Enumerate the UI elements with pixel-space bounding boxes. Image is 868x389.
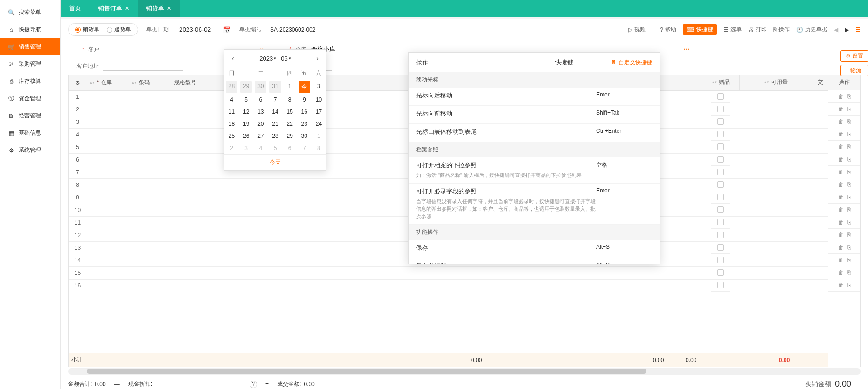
cell-tax[interactable]: [290, 217, 318, 229]
delete-icon[interactable]: 🗑: [838, 131, 844, 137]
gift-checkbox[interactable]: [717, 244, 724, 251]
copy-icon[interactable]: ⎘: [847, 169, 851, 175]
calendar-day[interactable]: 11: [226, 106, 237, 117]
cell-tax[interactable]: [290, 229, 318, 241]
delete-icon[interactable]: 🗑: [838, 244, 844, 251]
cell-warehouse[interactable]: [87, 254, 129, 266]
gift-checkbox[interactable]: [717, 143, 724, 150]
cell-spec[interactable]: [171, 254, 248, 266]
logistics-button[interactable]: + 物流: [840, 65, 868, 76]
calendar-day-next[interactable]: 5: [269, 143, 281, 154]
calendar-day[interactable]: 18: [226, 118, 237, 130]
calendar-day-prev[interactable]: 30: [255, 81, 266, 93]
col-warehouse[interactable]: ▴▾** 仓库: [87, 75, 129, 90]
calendar-month-select[interactable]: 06▾: [281, 55, 291, 62]
copy-icon[interactable]: ⎘: [847, 219, 851, 225]
cell-barcode[interactable]: [129, 103, 171, 116]
delete-icon[interactable]: 🗑: [838, 118, 844, 125]
close-icon[interactable]: ✕: [167, 6, 171, 12]
calendar-day-next[interactable]: 2: [226, 143, 237, 154]
calendar-day[interactable]: 19: [240, 118, 252, 130]
sidebar-search[interactable]: 🔍 搜索菜单: [0, 4, 60, 21]
cell-barcode[interactable]: [129, 242, 171, 254]
cell-barcode[interactable]: [129, 141, 171, 153]
cell-warehouse[interactable]: [87, 242, 129, 254]
copy-icon[interactable]: ⎘: [847, 143, 851, 150]
gift-checkbox[interactable]: [717, 118, 724, 125]
delete-icon[interactable]: 🗑: [838, 156, 844, 163]
close-icon[interactable]: ✕: [125, 6, 129, 12]
cell-spec[interactable]: [171, 280, 248, 292]
gift-checkbox[interactable]: [717, 106, 724, 112]
cell-warehouse[interactable]: [87, 229, 129, 241]
video-button[interactable]: ▷视频: [628, 26, 646, 34]
select-button[interactable]: ☰选单: [723, 26, 742, 34]
gift-checkbox[interactable]: [717, 269, 724, 276]
calendar-day-next[interactable]: 1: [313, 130, 325, 142]
delete-icon[interactable]: 🗑: [838, 232, 844, 238]
cash-discount-input[interactable]: [160, 380, 241, 389]
calendar-day[interactable]: 20: [255, 118, 266, 130]
cell-tax-rate[interactable]: [248, 179, 290, 191]
customize-shortcut-button[interactable]: 🎚自定义快捷键: [611, 59, 652, 67]
cell-barcode[interactable]: [129, 267, 171, 279]
calendar-day[interactable]: 23: [299, 118, 310, 130]
copy-icon[interactable]: ⎘: [847, 206, 851, 213]
delete-icon[interactable]: 🗑: [838, 143, 844, 150]
sidebar-basic[interactable]: ▦ 基础信息: [0, 124, 60, 142]
cell-tax[interactable]: [290, 280, 318, 292]
calendar-next[interactable]: ›: [313, 54, 321, 63]
calendar-day[interactable]: 24: [313, 118, 325, 130]
gift-checkbox[interactable]: [717, 169, 724, 175]
calendar-day[interactable]: 13: [255, 106, 266, 117]
cell-warehouse[interactable]: [87, 154, 129, 166]
calendar-year-select[interactable]: 2023▾: [259, 55, 276, 62]
calendar-day[interactable]: 28: [269, 130, 281, 142]
col-available[interactable]: ▴▾可用量: [739, 75, 812, 90]
cell-tax-rate[interactable]: [248, 280, 290, 292]
cell-spec[interactable]: [171, 229, 248, 241]
calendar-day[interactable]: 6: [255, 94, 266, 105]
gift-checkbox[interactable]: [717, 282, 724, 288]
calendar-today-btn[interactable]: 今天: [224, 154, 326, 170]
copy-icon[interactable]: ⎘: [847, 244, 851, 251]
copy-icon[interactable]: ⎘: [847, 156, 851, 163]
copy-icon[interactable]: ⎘: [847, 282, 851, 288]
copy-icon[interactable]: ⎘: [847, 93, 851, 100]
delete-icon[interactable]: 🗑: [838, 269, 844, 276]
cell-barcode[interactable]: [129, 229, 171, 241]
copy-icon[interactable]: ⎘: [847, 118, 851, 125]
calendar-day-prev[interactable]: 28: [226, 81, 237, 93]
calendar-day[interactable]: 17: [313, 106, 325, 117]
cell-barcode[interactable]: [129, 191, 171, 204]
copy-icon[interactable]: ⎘: [847, 181, 851, 188]
menu-icon[interactable]: ☰: [855, 27, 861, 33]
cell-tax[interactable]: [290, 191, 318, 204]
cell-spec[interactable]: [171, 242, 248, 254]
settings-button[interactable]: ⚙ 设置: [840, 50, 868, 62]
cell-warehouse[interactable]: [87, 166, 129, 178]
sidebar-sales[interactable]: 🛒 销售管理: [0, 38, 60, 55]
calendar-prev[interactable]: ‹: [229, 54, 237, 63]
cell-tax-rate[interactable]: [248, 242, 290, 254]
table-row[interactable]: 15: [69, 267, 860, 280]
copy-icon[interactable]: ⎘: [847, 232, 851, 238]
sidebar-finance[interactable]: Ⓨ 资金管理: [0, 90, 60, 107]
customer-addr-input[interactable]: [103, 61, 183, 71]
cell-warehouse[interactable]: [87, 103, 129, 116]
copy-icon[interactable]: ⎘: [847, 269, 851, 276]
gift-checkbox[interactable]: [717, 257, 724, 263]
cell-barcode[interactable]: [129, 116, 171, 128]
calendar-day[interactable]: 12: [240, 106, 252, 117]
cell-barcode[interactable]: [129, 280, 171, 292]
calendar-day[interactable]: 16: [299, 106, 310, 117]
cell-barcode[interactable]: [129, 129, 171, 141]
cell-warehouse[interactable]: [87, 141, 129, 153]
calendar-day[interactable]: 4: [226, 94, 237, 105]
cell-barcode[interactable]: [129, 204, 171, 216]
cell-warehouse[interactable]: [87, 91, 129, 103]
calendar-day[interactable]: 9: [299, 94, 310, 105]
delete-icon[interactable]: 🗑: [838, 219, 844, 225]
horizontal-scrollbar[interactable]: [68, 368, 861, 375]
calendar-icon[interactable]: 📅: [223, 26, 231, 34]
